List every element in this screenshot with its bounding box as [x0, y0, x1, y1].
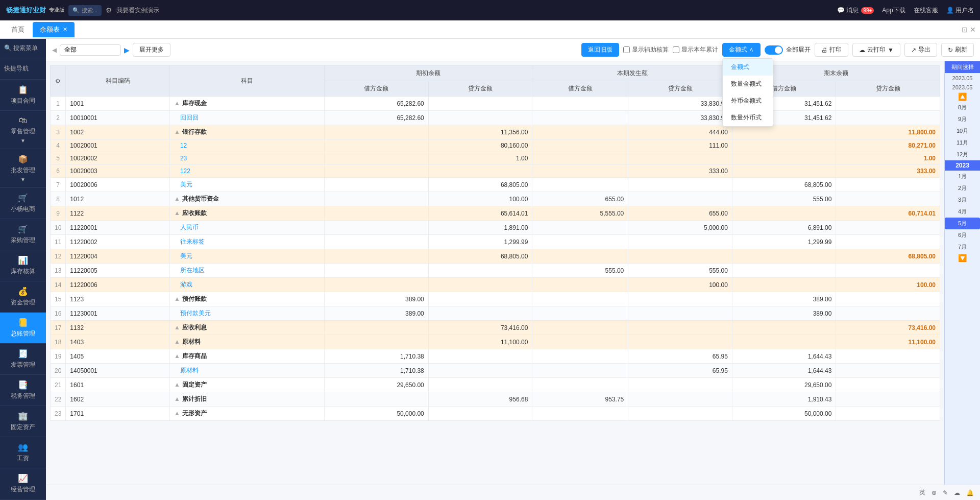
sidebar-search[interactable]: 🔍 搜索菜单 — [0, 39, 46, 58]
app-download-btn[interactable]: App下载 — [882, 6, 905, 15]
period-up-btn[interactable]: 🔼 — [957, 91, 968, 102]
demo-link[interactable]: 我要看实例演示 — [116, 6, 159, 15]
row-name[interactable]: 122 — [169, 165, 324, 178]
expand-more-btn[interactable]: 展开更多 — [133, 43, 170, 57]
status-edit[interactable]: ✎ — [943, 489, 948, 496]
period-down-btn[interactable]: 🔽 — [957, 253, 968, 263]
sidebar-item-tax[interactable]: 📑 税务管理 — [0, 375, 46, 406]
ytd-checkbox[interactable] — [673, 46, 679, 53]
restore-btn[interactable]: ⊡ — [962, 26, 968, 34]
period-month-3[interactable]: 3月 — [945, 194, 980, 206]
wholesale-arrow: ▼ — [20, 177, 26, 182]
status-add[interactable]: ⊕ — [932, 489, 937, 496]
row-no: 18 — [51, 335, 66, 349]
amount-style-option-3[interactable]: 数量外币式 — [723, 109, 773, 126]
close-window-btn[interactable]: ✕ — [970, 26, 976, 34]
show-ytd-check[interactable]: 显示本年累计 — [673, 45, 718, 54]
row-name[interactable]: 预付款美元 — [169, 306, 324, 321]
th-settings[interactable]: ⚙ — [51, 66, 66, 97]
amount-style-option-1[interactable]: 数量金额式 — [723, 76, 773, 92]
period-month-2[interactable]: 2月 — [945, 182, 980, 194]
row-name[interactable]: 23 — [169, 152, 324, 165]
period-year-2023[interactable]: 2023 — [945, 160, 980, 171]
row-name[interactable]: 美元 — [169, 178, 324, 192]
user-avatar[interactable]: 👤 用户名 — [946, 6, 974, 15]
status-cloud[interactable]: ☁ — [954, 489, 960, 496]
column-settings-icon[interactable]: ⚙ — [55, 78, 61, 85]
online-service-btn[interactable]: 在线客服 — [914, 6, 938, 15]
cloud-print-btn[interactable]: ☁ 云打印 ▼ — [852, 43, 900, 57]
period-month-4[interactable]: 4月 — [945, 206, 980, 218]
show-auxiliary-check[interactable]: 显示辅助核算 — [623, 45, 669, 54]
period-month-9[interactable]: 9月 — [945, 113, 980, 125]
sidebar-item-invoice[interactable]: 🧾 发票管理 — [0, 344, 46, 375]
sidebar-item-inventory[interactable]: 📊 库存核算 — [0, 250, 46, 281]
sidebar-item-funds[interactable]: 💰 资金管理 — [0, 281, 46, 313]
expand-all-toggle[interactable]: 全部展开 — [765, 45, 811, 55]
filter-input[interactable] — [60, 44, 121, 56]
sidebar-item-retail[interactable]: 🛍 零售管理 ▼ — [0, 111, 46, 149]
status-lang[interactable]: 英 — [919, 488, 925, 497]
row-period-debit — [532, 235, 628, 249]
row-opening-credit: 11,356.00 — [428, 125, 532, 139]
inventory-icon: 📊 — [18, 255, 28, 265]
export-btn[interactable]: ↗ 导出 — [904, 43, 937, 57]
period-month-8[interactable]: 8月 — [945, 102, 980, 113]
period-month-12[interactable]: 12月 — [945, 149, 980, 160]
go-back-old-btn[interactable]: 返回旧版 — [581, 43, 619, 57]
settings-icon[interactable]: ⚙ — [106, 6, 112, 14]
fixed-assets-icon: 🏢 — [18, 411, 28, 421]
title-bar-search[interactable]: 🔍 搜索... — [68, 5, 102, 16]
filter-area: ◀ ▶ 展开更多 — [52, 43, 577, 57]
row-name[interactable]: 人民币 — [169, 221, 324, 235]
row-name[interactable]: 美元 — [169, 249, 324, 264]
ecommerce-icon: 🛒 — [18, 193, 28, 203]
toggle-switch[interactable] — [765, 45, 783, 55]
period-month-11[interactable]: 11月 — [945, 137, 980, 149]
period-month-6[interactable]: 6月 — [945, 229, 980, 241]
period-month-1[interactable]: 1月 — [945, 171, 980, 182]
row-name[interactable]: 回回回 — [169, 111, 324, 125]
amount-style-option-2[interactable]: 外币金额式 — [723, 92, 773, 109]
sidebar-item-ecommerce[interactable]: 🛒 小畅电商 — [0, 188, 46, 219]
row-opening-credit: 956.68 — [428, 392, 532, 407]
period-month-10[interactable]: 10月 — [945, 125, 980, 137]
tab-home[interactable]: 首页 — [4, 22, 32, 37]
sidebar-quick-nav[interactable]: 快捷导航 — [0, 58, 46, 80]
sidebar-item-purchase[interactable]: 🛒 采购管理 — [0, 219, 46, 250]
period-month-5[interactable]: 5月 — [945, 218, 980, 229]
row-name[interactable]: 12 — [169, 139, 324, 152]
row-no: 8 — [51, 192, 66, 206]
sidebar: 🔍 搜索菜单 快捷导航 📋 项目合同 🛍 零售管理 ▼ 📦 批发管理 ▼ 🛒 小… — [0, 39, 46, 500]
row-no: 23 — [51, 407, 66, 421]
amount-style-btn[interactable]: 金额式 ∧ — [722, 43, 761, 57]
sidebar-item-payroll[interactable]: 👥 工资 — [0, 437, 46, 468]
project-icon: 📋 — [18, 85, 28, 94]
row-code: 1132 — [66, 321, 170, 335]
sidebar-item-project[interactable]: 📋 项目合同 — [0, 80, 46, 111]
auxiliary-checkbox[interactable] — [623, 46, 630, 53]
sidebar-item-operations[interactable]: 📈 经营管理 — [0, 468, 46, 499]
sidebar-item-wholesale[interactable]: 📦 批发管理 ▼ — [0, 149, 46, 188]
period-month-7[interactable]: 7月 — [945, 241, 980, 253]
filter-arrow[interactable]: ▶ — [124, 46, 130, 54]
print-btn[interactable]: 🖨 打印 — [815, 43, 848, 57]
row-closing-debit: 389.00 — [732, 292, 836, 306]
row-name[interactable]: 游戏 — [169, 278, 324, 292]
sidebar-item-ledger[interactable]: 📒 总账管理 — [0, 313, 46, 344]
row-name[interactable]: 原材料 — [169, 364, 324, 378]
message-btn[interactable]: 💬 消息 99+ — [837, 6, 874, 15]
row-name[interactable]: 所在地区 — [169, 264, 324, 278]
row-no: 14 — [51, 278, 66, 292]
refresh-btn[interactable]: ↻ 刷新 — [941, 43, 974, 57]
row-period-debit — [532, 364, 628, 378]
amount-style-dropdown[interactable]: 金额式 ∧ 金额式 数量金额式 外币金额式 数量外币式 — [722, 43, 761, 57]
sidebar-item-fixed-assets[interactable]: 🏢 固定资产 — [0, 406, 46, 437]
tab-balance[interactable]: 余额表 ✕ — [33, 22, 75, 37]
amount-style-option-0[interactable]: 金额式 — [723, 59, 773, 76]
funds-icon: 💰 — [18, 287, 28, 296]
row-name[interactable]: 往来标签 — [169, 235, 324, 249]
tab-balance-close[interactable]: ✕ — [63, 26, 67, 33]
row-opening-credit: 73,416.00 — [428, 321, 532, 335]
status-notify[interactable]: 🔔 — [966, 489, 974, 496]
